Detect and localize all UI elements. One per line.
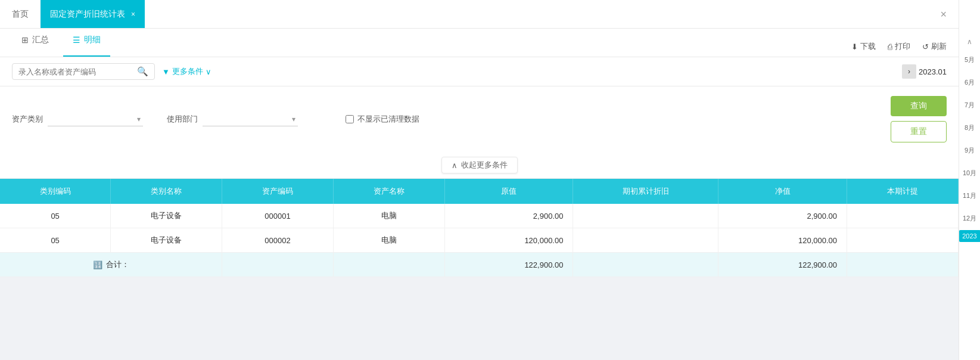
row2-original-value: 120,000.00 xyxy=(444,228,573,253)
table-header: 类别编码 类别名称 资产编码 资产名称 原值 期初累计折旧 净值 本期计提 xyxy=(0,179,959,204)
department-select[interactable] xyxy=(203,112,298,126)
row2-net-value: 120,000.00 xyxy=(718,228,847,253)
row1-category-name: 电子设备 xyxy=(111,204,222,228)
sidebar-year-2023[interactable]: 2023 xyxy=(959,230,981,242)
hide-cleared-field: 不显示已清理数据 xyxy=(346,114,419,125)
row1-asset-name: 电脑 xyxy=(333,204,444,228)
row1-net-value: 2,900.00 xyxy=(718,204,847,228)
th-current-depreciation: 本期计提 xyxy=(847,179,959,204)
print-label: 打印 xyxy=(895,41,910,52)
row1-asset-code: 000001 xyxy=(222,204,334,228)
download-icon: ⬇ xyxy=(851,42,858,51)
sidebar-month-7[interactable]: 7月 xyxy=(959,94,981,116)
date-arrow-button[interactable]: › xyxy=(902,64,916,79)
date-text: 2023.01 xyxy=(919,67,947,76)
collapse-button[interactable]: ∧ 收起更多条件 xyxy=(441,157,518,173)
filter-row: 资产类别 使用部门 不显示已清理数据 xyxy=(12,96,947,142)
total-empty-1 xyxy=(222,253,334,277)
hide-cleared-label: 不显示已清理数据 xyxy=(357,114,419,125)
filter-icon: ▼ xyxy=(162,67,170,76)
sidebar-month-6[interactable]: 6月 xyxy=(959,72,981,93)
th-asset-name: 资产名称 xyxy=(333,179,444,204)
department-field: 使用部门 xyxy=(167,112,298,126)
tab-summary-label: 汇总 xyxy=(32,35,49,45)
total-accum-depreciation xyxy=(573,253,718,277)
toolbar-right: ⬇ 下载 ⎙ 打印 ↺ 刷新 xyxy=(851,41,947,57)
window-close-button[interactable]: × xyxy=(940,8,947,20)
collapse-icon: ∧ xyxy=(452,161,458,170)
search-input-wrap: 🔍 xyxy=(12,63,155,80)
table-row: 05 电子设备 000001 电脑 2,900.00 2,900.00 xyxy=(0,204,959,228)
collapse-bar: ∧ 收起更多条件 xyxy=(12,152,947,178)
download-button[interactable]: ⬇ 下载 xyxy=(851,41,876,52)
tabs-row: ⊞ 汇总 ☰ 明细 ⬇ 下载 ⎙ 打印 ↺ 刷新 xyxy=(0,29,959,57)
sidebar-month-9[interactable]: 9月 xyxy=(959,139,981,161)
th-original-value: 原值 xyxy=(444,179,573,204)
row2-category-code: 05 xyxy=(0,228,111,253)
nav-tab-close-button[interactable]: × xyxy=(131,10,135,18)
total-icon: 🔢 xyxy=(93,260,102,269)
detail-tab-icon: ☰ xyxy=(73,35,80,45)
search-bar: 🔍 ▼ 更多条件 ∨ › 2023.01 xyxy=(0,57,959,86)
tab-summary[interactable]: ⊞ 汇总 xyxy=(12,29,58,57)
row1-current-depreciation xyxy=(847,204,959,228)
sidebar-month-11[interactable]: 11月 xyxy=(959,185,981,206)
sidebar-month-8[interactable]: 8月 xyxy=(959,117,981,138)
date-display: › 2023.01 xyxy=(902,64,947,79)
total-empty-2 xyxy=(333,253,444,277)
data-table: 类别编码 类别名称 资产编码 资产名称 原值 期初累计折旧 净值 本期计提 05… xyxy=(0,179,959,277)
row2-asset-name: 电脑 xyxy=(333,228,444,253)
asset-category-field: 资产类别 xyxy=(12,112,143,126)
more-conditions-button[interactable]: ▼ 更多条件 ∨ xyxy=(162,66,211,77)
asset-category-select-wrap xyxy=(48,112,143,126)
top-nav: 首页 固定资产折旧统计表 × × xyxy=(0,0,959,29)
search-input[interactable] xyxy=(18,67,137,76)
row2-current-depreciation xyxy=(847,228,959,253)
tab-detail[interactable]: ☰ 明细 xyxy=(63,29,110,57)
asset-category-select[interactable] xyxy=(48,112,143,126)
tab-detail-label: 明细 xyxy=(84,35,101,45)
row1-original-value: 2,900.00 xyxy=(444,204,573,228)
total-row: 🔢 合计： 122,900.00 122,900.00 xyxy=(0,253,959,277)
sidebar-scroll-up-button[interactable]: ∧ xyxy=(959,36,981,48)
th-net-value: 净值 xyxy=(718,179,847,204)
print-icon: ⎙ xyxy=(888,42,892,51)
nav-tab-label: 固定资产折旧统计表 xyxy=(50,9,125,20)
nav-tab-fixed-assets[interactable]: 固定资产折旧统计表 × xyxy=(41,0,145,28)
row2-category-name: 电子设备 xyxy=(111,228,222,253)
sidebar-month-10[interactable]: 10月 xyxy=(959,162,981,184)
sidebar-month-12[interactable]: 12月 xyxy=(959,207,981,229)
print-button[interactable]: ⎙ 打印 xyxy=(888,41,910,52)
right-sidebar: ∧ 5月 6月 7月 8月 9月 10月 11月 12月 2023 xyxy=(959,0,980,360)
table-wrap: 类别编码 类别名称 资产编码 资产名称 原值 期初累计折旧 净值 本期计提 05… xyxy=(0,179,959,360)
chevron-down-icon: ∨ xyxy=(206,67,211,76)
row2-accum-depreciation xyxy=(573,228,718,253)
row2-asset-code: 000002 xyxy=(222,228,334,253)
total-label-text: 合计： xyxy=(106,259,129,270)
query-button[interactable]: 查询 xyxy=(891,96,947,116)
total-net-value: 122,900.00 xyxy=(718,253,847,277)
download-label: 下载 xyxy=(860,41,876,52)
filter-area: 资产类别 使用部门 不显示已清理数据 xyxy=(0,86,959,179)
th-accum-depreciation: 期初累计折旧 xyxy=(573,179,718,204)
nav-home-link[interactable]: 首页 xyxy=(0,0,41,28)
total-label-cell: 🔢 合计： xyxy=(0,253,222,277)
refresh-button[interactable]: ↺ 刷新 xyxy=(922,41,947,52)
th-category-code: 类别编码 xyxy=(0,179,111,204)
total-original-value: 122,900.00 xyxy=(444,253,573,277)
sidebar-month-5[interactable]: 5月 xyxy=(959,49,981,70)
row1-accum-depreciation xyxy=(573,204,718,228)
refresh-label: 刷新 xyxy=(931,41,947,52)
collapse-label: 收起更多条件 xyxy=(461,160,508,170)
department-select-wrap xyxy=(203,112,298,126)
th-category-name: 类别名称 xyxy=(111,179,222,204)
asset-category-label: 资产类别 xyxy=(12,114,43,125)
action-buttons: 查询 重置 xyxy=(891,96,947,142)
table-row: 05 电子设备 000002 电脑 120,000.00 120,000.00 xyxy=(0,228,959,253)
summary-tab-icon: ⊞ xyxy=(21,35,29,45)
search-icon[interactable]: 🔍 xyxy=(137,66,148,77)
reset-button[interactable]: 重置 xyxy=(891,121,947,142)
row1-category-code: 05 xyxy=(0,204,111,228)
table-body: 05 电子设备 000001 电脑 2,900.00 2,900.00 05 电… xyxy=(0,204,959,277)
hide-cleared-checkbox[interactable] xyxy=(346,115,354,123)
